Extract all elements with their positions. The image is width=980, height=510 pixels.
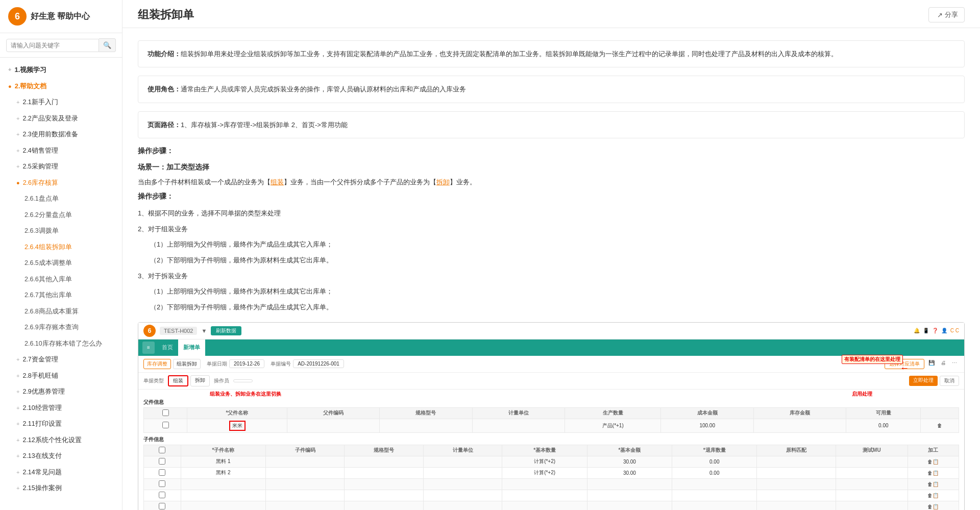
- child-check-1[interactable]: [159, 458, 165, 465]
- sidebar-item-in[interactable]: 2.6.6其他入库单: [0, 272, 122, 288]
- step1: 1、根据不同的业务，选择不同单据的类型来处理: [138, 207, 965, 220]
- share-button[interactable]: ↗ 分享: [928, 7, 965, 22]
- plus-icon: +: [8, 66, 11, 74]
- row-avail: 0.00: [846, 419, 921, 432]
- c-return-1: 0.00: [672, 456, 757, 467]
- search-button[interactable]: 🔍: [99, 38, 116, 52]
- intro-text: 组装拆卸单用来处理企业组装或拆卸等加工业务，支持有固定装配清单的产品加工业务，也…: [181, 50, 838, 58]
- sidebar-item-cases[interactable]: + 2.15操作案例: [0, 480, 122, 497]
- minus-icon-2: ●: [16, 179, 20, 187]
- sidebar-item-purchase[interactable]: + 2.5采购管理: [0, 159, 122, 175]
- app-number-field: 单据编号 AD-20191226-001: [271, 359, 344, 368]
- child-check-5[interactable]: [159, 503, 165, 509]
- sidebar-item-out[interactable]: 2.6.7其他出库单: [0, 287, 122, 304]
- row-produce: 产品(*+1): [565, 419, 661, 432]
- search-input[interactable]: [6, 39, 99, 52]
- app-option-disassembly[interactable]: 拆卸: [190, 375, 210, 386]
- col-checkbox: [144, 407, 187, 419]
- plus-icon-3: +: [16, 115, 19, 123]
- arrow-to-assembly: ←: [900, 363, 909, 374]
- app-number-value[interactable]: AD-20191226-001: [293, 359, 344, 368]
- sidebar-item-transfer[interactable]: 2.6.3调拨单: [0, 223, 122, 239]
- logo-area: 6 好生意 帮助中心: [0, 0, 122, 33]
- table-row: 米米 产品(*+1) 100.00 0.00 🗑: [144, 419, 959, 432]
- annotation-assembly-list: 有装配清单的在这里处理: [842, 355, 903, 364]
- sidebar-item-error[interactable]: 2.6.10库存账本错了怎么办: [0, 336, 122, 352]
- sidebar-item-inventory[interactable]: ● 2.6库存核算: [0, 175, 122, 191]
- minus-icon: ●: [8, 83, 12, 90]
- app-option-assembly[interactable]: 组装: [168, 375, 188, 386]
- role-block: 使用角色：通常由生产人员或库管人员完成拆装业务的操作，库管人员确认原材料的出库和…: [138, 76, 965, 103]
- sidebar-item-prepare[interactable]: + 2.3使用前数据准备: [0, 127, 122, 143]
- sidebar-item-stocksplit[interactable]: 2.6.2分量盘点单: [0, 207, 122, 224]
- sidebar-item-sales[interactable]: + 2.4销售管理: [0, 143, 122, 159]
- app-print-icon[interactable]: 🖨: [939, 359, 948, 369]
- app-more-icon[interactable]: ⋯: [950, 359, 959, 369]
- child-check-2[interactable]: [159, 469, 165, 476]
- sidebar-item-assembly[interactable]: 2.6.4组装拆卸单: [0, 239, 122, 256]
- app-refresh-btn[interactable]: 刷新数据: [211, 326, 241, 335]
- row-spec: [380, 419, 472, 432]
- share-icon: ↗: [937, 11, 943, 19]
- app-type-label: 库存调整: [143, 359, 171, 369]
- plus-icon-2: +: [16, 99, 19, 106]
- path-label: 页面路径：: [148, 121, 181, 129]
- sidebar-item-video[interactable]: + 1.视频学习: [0, 62, 122, 78]
- sidebar-item-install[interactable]: + 2.2产品安装及登录: [0, 111, 122, 127]
- ops-steps-title: 操作步骤：: [138, 192, 965, 201]
- col-c-process: 加工: [908, 445, 959, 456]
- sidebar-item-recalc[interactable]: 2.6.8商品成本重算: [0, 304, 122, 320]
- role-label: 使用角色：: [148, 85, 181, 93]
- sidebar-item-newbie[interactable]: + 2.1新手入门: [0, 94, 122, 111]
- sidebar-item-docs[interactable]: ● 2.帮助文档: [0, 78, 122, 94]
- path-text: 1、库存核算->库存管理->组装拆卸单 2、首页->常用功能: [181, 121, 348, 129]
- col-c-match: 原料匹配: [757, 445, 836, 456]
- row-check-1[interactable]: [162, 422, 169, 428]
- step3-sub2: （2）下部明细为子件明细，最终作为产成品生成其它入库单。: [150, 301, 965, 314]
- c-process-1: 🗑📋: [908, 456, 959, 467]
- sidebar-item-faq[interactable]: + 2.14常见问题: [0, 465, 122, 481]
- select-all-child[interactable]: [159, 447, 165, 453]
- col-spec: 规格型号: [380, 407, 472, 419]
- app-submit-btn[interactable]: 立即处理: [909, 376, 938, 386]
- sidebar-item-pay[interactable]: + 2.13在线支付: [0, 448, 122, 465]
- app-type-assembly[interactable]: 组装拆卸: [173, 359, 201, 369]
- col-c-base-qty: *基本数量: [502, 445, 587, 456]
- col-stock-amount: 库存金额: [753, 407, 846, 419]
- step2: 2、对于组装业务: [138, 223, 965, 236]
- sidebar-item-query[interactable]: 2.6.9库存账本查询: [0, 320, 122, 336]
- sidebar-item-capital[interactable]: + 2.7资金管理: [0, 352, 122, 368]
- col-parent-name: *父件名称: [187, 407, 287, 419]
- row-parent-name: 米米: [187, 419, 287, 432]
- col-c-test: 测试MU: [836, 445, 908, 456]
- plus-icon-9: +: [16, 388, 19, 396]
- app-doctype-label: 单据类型: [143, 377, 164, 384]
- sidebar-item-mobile[interactable]: + 2.8手机旺铺: [0, 368, 122, 384]
- step3: 3、对于拆装业务: [138, 270, 965, 283]
- app-tab-new[interactable]: 新增单: [178, 339, 205, 356]
- c-name-2: 黑料 2: [181, 467, 265, 478]
- c-return-2: 0.00: [672, 467, 757, 478]
- app-tab-home[interactable]: 首页: [157, 339, 178, 356]
- app-person-value[interactable]: [233, 379, 253, 382]
- col-c-code: 子件编码: [266, 445, 345, 456]
- sidebar-item-ops[interactable]: + 2.10经营管理: [0, 400, 122, 417]
- child-check-4[interactable]: [159, 492, 165, 498]
- app-save-icon[interactable]: 💾: [926, 359, 937, 369]
- sidebar-item-settings[interactable]: + 2.12系统个性化设置: [0, 432, 122, 449]
- scene1-title: 场景一：加工类型选择: [138, 163, 965, 172]
- app-mock: 6 TEST-H002 ▼ 刷新数据 🔔 📱 ❓ 👤 C C ≡ 首页: [138, 323, 964, 510]
- app-top-bar: 6 TEST-H002 ▼ 刷新数据 🔔 📱 ❓ 👤 C C: [138, 323, 964, 339]
- select-all-checkbox[interactable]: [162, 409, 169, 416]
- sidebar-item-stocktake[interactable]: 2.6.1盘点单: [0, 191, 122, 207]
- app-date-label: 单据日期: [207, 360, 227, 368]
- sidebar-item-cost[interactable]: 2.6.5成本调整单: [0, 255, 122, 272]
- app-cancel-btn[interactable]: 取消: [940, 376, 959, 386]
- app-nav-bar: ≡ 首页 新增单: [138, 339, 964, 356]
- app-date-value[interactable]: 2019-12-26: [229, 359, 264, 368]
- plus-icon-10: +: [16, 404, 19, 412]
- sidebar-item-coupon[interactable]: + 2.9优惠券管理: [0, 384, 122, 400]
- child-check-3[interactable]: [159, 480, 165, 487]
- app-icon-4: 👤: [941, 328, 947, 333]
- sidebar-item-print[interactable]: + 2.11打印设置: [0, 416, 122, 432]
